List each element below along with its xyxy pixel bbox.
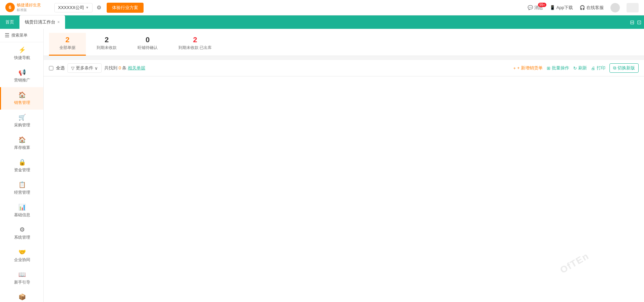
batch-operation-button[interactable]: ⊞ 批量操作 [547,65,569,71]
sidebar-item-base[interactable]: 📊 基础信息 [0,199,43,222]
stat-overdue-shipped-label: 到期未收款 已出库 [178,45,212,51]
switch-label: 切换新版 [618,65,635,71]
switch-new-version-button[interactable]: ⧉ 切换新版 [609,63,639,73]
add-btn-label: + 新增销货单 [517,65,543,71]
select-all-checkbox-area[interactable]: 全选 [49,65,65,71]
stat-overdue-unpaid-num: 2 [105,36,109,44]
top-right-area: 💬 消息 99+ 📱 App下载 🎧 在线客服 [528,3,639,12]
cooperation-icon: 🤝 [18,248,26,256]
sidebar-item-label: 经营管理 [14,190,30,195]
logo-area: 6 畅捷通好生意 标准版 [5,3,49,12]
tab-close-icon[interactable]: × [57,20,60,24]
sidebar-item-label: 系统管理 [14,235,30,240]
tab-workbench[interactable]: 钱货日清工作台 × [19,15,65,29]
finance-icon: 🔒 [18,159,26,166]
home-tab-label: 首页 [5,19,14,25]
marketing-icon: 📢 [18,69,26,76]
online-service-button[interactable]: 🎧 在线客服 [580,5,604,11]
minimize-icon[interactable]: ⊟ [630,19,634,25]
company-selector[interactable]: XXXXXX公司 ▼ [54,3,93,12]
trial-button[interactable]: 体验行业方案 [107,3,144,13]
print-label: 打印 [597,65,605,71]
messages-button[interactable]: 💬 消息 99+ [528,5,543,11]
add-sales-order-button[interactable]: + + 新增销货单 [513,65,543,71]
found-unit: 条 [122,65,126,70]
found-count-area: 共找到 0 条 相关单据 [104,65,145,71]
message-icon: 💬 [528,5,533,10]
stat-overdue-unpaid-label: 到期未收款 [97,45,117,51]
sidebar-item-quick-nav[interactable]: ⚡ 快捷导航 [0,42,43,65]
settings-icon[interactable]: ⚙ [95,3,103,12]
refresh-button[interactable]: ↻ 刷新 [573,65,587,71]
print-icon: 🖨 [591,66,595,71]
sidebar-item-label: 库存核算 [14,145,30,150]
stat-wangpu-num: 0 [146,36,150,44]
sidebar-item-system[interactable]: ⚙ 系统管理 [0,222,43,244]
sidebar-item-label: 企业协同 [14,257,30,263]
filter-icon: ▽ [71,66,74,71]
nav-tabs: 首页 钱货日清工作台 × ⊟ ⊡ [0,15,644,29]
sidebar-item-purchase[interactable]: 🛒 采购管理 [0,110,43,132]
sidebar-item-label: 新手引导 [14,280,30,285]
stat-tab-overdue-shipped[interactable]: 2 到期未收款 已出库 [168,33,222,56]
more-filter-label: 更多条件 [76,65,93,71]
sidebar-item-inventory[interactable]: 🏠 库存核算 [0,132,43,155]
brand-tag: 标准版 [17,8,41,12]
toolbar-right: + + 新增销货单 ⊞ 批量操作 ↻ 刷新 🖨 打印 ⧉ 切换新版 [513,63,639,73]
sidebar-item-apps[interactable]: 📦 应用中心 [0,289,43,302]
sidebar-item-finance[interactable]: 🔒 资金管理 [0,155,43,177]
main-content: 2 全部单据 2 到期未收款 0 旺铺待确认 2 到期未收款 已出库 全选 [44,29,644,302]
sales-icon: 🏠 [18,91,26,99]
related-bills-button[interactable]: 相关单据 [128,65,145,70]
quick-nav-icon: ⚡ [18,46,26,54]
table-area [44,76,644,302]
message-badge: 99+ [538,3,546,7]
stat-tab-overdue-unpaid[interactable]: 2 到期未收款 [87,33,127,56]
online-service-label: 在线客服 [586,5,604,11]
company-name: XXXXXX公司 [58,5,84,11]
stat-wangpu-label: 旺铺待确认 [138,45,158,51]
chevron-down-icon: ▼ [86,6,89,9]
sidebar-item-label: 营销推广 [14,77,30,83]
app-download-button[interactable]: 📱 App下载 [550,5,573,11]
purchase-icon: 🛒 [18,114,26,121]
sidebar: ☰ 搜索菜单 ⚡ 快捷导航 📢 营销推广 🏠 销售管理 🛒 采购管理 🏠 库存核… [0,29,44,302]
sidebar-item-cooperation[interactable]: 🤝 企业协同 [0,244,43,267]
sidebar-item-sales[interactable]: 🏠 销售管理 [0,87,43,110]
workbench-tab-label: 钱货日清工作台 [25,19,55,25]
maximize-icon[interactable]: ⊡ [637,19,641,25]
avatar[interactable] [610,3,620,12]
stat-tab-all[interactable]: 2 全部单据 [49,33,86,56]
tab-home[interactable]: 首页 [0,15,19,29]
more-filter-button[interactable]: ▽ 更多条件 ∨ [67,63,102,73]
user-name-area[interactable] [627,3,639,12]
inventory-icon: 🏠 [18,136,26,143]
operations-icon: 📋 [18,181,26,188]
sidebar-item-operations[interactable]: 📋 经营管理 [0,177,43,199]
batch-label: 批量操作 [552,65,569,71]
select-all-checkbox[interactable] [49,66,53,70]
brand-name: 畅捷通好生意 [17,3,41,7]
apps-icon: 📦 [18,293,26,301]
logo-icon: 6 [5,3,15,12]
switch-icon: ⧉ [613,65,616,71]
sidebar-item-label: 采购管理 [14,122,30,128]
sidebar-item-marketing[interactable]: 📢 营销推广 [0,65,43,87]
refresh-label: 刷新 [578,65,587,71]
select-all-label: 全选 [56,65,65,71]
sidebar-item-label: 快捷导航 [14,55,30,61]
search-menu[interactable]: ☰ 搜索菜单 [0,29,43,42]
sidebar-item-label: 基础信息 [14,212,30,218]
found-count-num: 0 [119,65,121,70]
layout: ☰ 搜索菜单 ⚡ 快捷导航 📢 营销推广 🏠 销售管理 🛒 采购管理 🏠 库存核… [0,29,644,302]
sidebar-item-guide[interactable]: 📖 新手引导 [0,267,43,289]
refresh-icon: ↻ [573,66,577,71]
system-icon: ⚙ [19,226,25,233]
search-icon: ☰ [5,32,9,39]
print-button[interactable]: 🖨 打印 [591,65,605,71]
top-bar: 6 畅捷通好生意 标准版 XXXXXX公司 ▼ ⚙ 体验行业方案 💬 消息 99… [0,0,644,15]
stat-tab-wangpu[interactable]: 0 旺铺待确认 [127,33,168,56]
guide-icon: 📖 [18,271,26,278]
download-icon: 📱 [550,5,555,10]
stat-overdue-shipped-num: 2 [193,36,197,44]
